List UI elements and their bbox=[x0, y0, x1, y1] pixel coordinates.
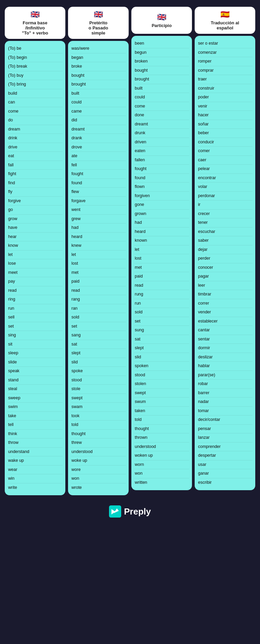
cell-participle-34: slept bbox=[134, 344, 189, 353]
cell-participle-40: swum bbox=[134, 398, 189, 407]
cell-participle-28: rung bbox=[134, 290, 189, 299]
cell-spanish-23: dejar bbox=[197, 245, 253, 255]
column-body-spanish: ser o estarcomenzarrompercomprartraercon… bbox=[195, 36, 255, 490]
cell-preterite-38: stole bbox=[71, 385, 126, 394]
cell-base-31: set bbox=[7, 322, 63, 331]
cell-spanish-29: correr bbox=[197, 299, 253, 308]
cell-spanish-26: pagar bbox=[197, 272, 253, 281]
cell-spanish-32: cantar bbox=[197, 326, 253, 335]
column-participle: 🇬🇧Participiobeenbegunbrokenboughtbrought… bbox=[131, 7, 192, 495]
cell-participle-3: bought bbox=[134, 66, 189, 75]
cell-base-37: stand bbox=[7, 376, 63, 385]
cell-participle-10: drunk bbox=[134, 129, 189, 138]
cell-preterite-16: flew bbox=[71, 188, 126, 197]
cell-base-45: understand bbox=[7, 448, 63, 457]
cell-base-10: drink bbox=[7, 134, 63, 143]
cell-preterite-0: was/were bbox=[71, 44, 126, 53]
column-body-participle: beenbegunbrokenboughtbroughtbuiltcouldco… bbox=[131, 36, 192, 490]
column-preterite: 🇬🇧Pretérito o Pasado simplewas/werebegan… bbox=[68, 7, 129, 495]
cell-spanish-6: poder bbox=[197, 93, 253, 102]
cell-participle-35: slid bbox=[134, 353, 189, 362]
cell-base-29: run bbox=[7, 304, 63, 313]
cell-base-30: sell bbox=[7, 313, 63, 322]
cell-base-33: sit bbox=[7, 340, 63, 349]
cell-spanish-9: soñar bbox=[197, 120, 253, 129]
cell-preterite-27: read bbox=[71, 286, 126, 295]
cell-spanish-4: traer bbox=[197, 75, 253, 84]
cell-spanish-2: romper bbox=[197, 57, 253, 66]
cell-base-4: (To) bring bbox=[7, 80, 63, 89]
cell-preterite-13: fell bbox=[71, 161, 126, 170]
cell-preterite-24: lost bbox=[71, 259, 126, 268]
cell-spanish-28: timbrar bbox=[197, 290, 253, 299]
cell-preterite-49: wrote bbox=[71, 483, 126, 492]
cell-preterite-28: rang bbox=[71, 295, 126, 304]
cell-preterite-48: won bbox=[71, 474, 126, 483]
cell-participle-11: driven bbox=[134, 138, 189, 147]
cell-spanish-8: hacer bbox=[197, 111, 253, 120]
cell-preterite-8: did bbox=[71, 116, 126, 125]
cell-spanish-30: vender bbox=[197, 308, 253, 317]
cell-preterite-39: swept bbox=[71, 394, 126, 403]
cell-preterite-31: set bbox=[71, 322, 126, 331]
cell-base-43: think bbox=[7, 430, 63, 439]
cell-participle-27: read bbox=[134, 281, 189, 290]
cell-preterite-35: slid bbox=[71, 358, 126, 367]
cell-preterite-30: sold bbox=[71, 313, 126, 322]
cell-preterite-18: went bbox=[71, 206, 126, 215]
cell-base-36: speak bbox=[7, 367, 63, 376]
cell-participle-44: thrown bbox=[134, 433, 189, 443]
preply-logo-icon bbox=[109, 505, 121, 518]
cell-preterite-40: swam bbox=[71, 403, 126, 412]
cell-preterite-44: threw bbox=[71, 438, 126, 448]
column-base: 🇬🇧Forma base /Infinitivo "To" + verbo(To… bbox=[5, 7, 65, 495]
cell-base-3: (To) buy bbox=[7, 71, 63, 80]
cell-participle-29: run bbox=[134, 299, 189, 308]
cell-spanish-17: perdonar bbox=[197, 192, 253, 201]
cell-spanish-13: caer bbox=[197, 156, 253, 165]
cell-preterite-1: began bbox=[71, 53, 126, 63]
cell-spanish-1: comenzar bbox=[197, 48, 253, 57]
cell-preterite-5: built bbox=[71, 89, 126, 98]
cell-spanish-27: leer bbox=[197, 281, 253, 290]
cell-participle-7: come bbox=[134, 102, 189, 111]
cell-base-18: go bbox=[7, 206, 63, 215]
cell-participle-18: gone bbox=[134, 200, 189, 210]
cell-spanish-5: construir bbox=[197, 84, 253, 93]
cell-base-19: grow bbox=[7, 215, 63, 224]
cell-base-21: hear bbox=[7, 233, 63, 242]
column-header-text-base: Forma base /Infinitivo "To" + verbo bbox=[22, 20, 48, 35]
cell-base-14: fight bbox=[7, 170, 63, 179]
flag-preterite: 🇬🇧 bbox=[94, 10, 103, 19]
column-header-base: 🇬🇧Forma base /Infinitivo "To" + verbo bbox=[5, 7, 65, 39]
cell-spanish-7: venir bbox=[197, 102, 253, 111]
cell-preterite-9: dreamt bbox=[71, 125, 126, 134]
cell-participle-43: thought bbox=[134, 425, 189, 434]
cell-participle-38: stolen bbox=[134, 380, 189, 389]
cell-preterite-15: found bbox=[71, 179, 126, 188]
column-header-text-participle: Participio bbox=[152, 23, 172, 28]
cell-spanish-14: pelear bbox=[197, 165, 253, 174]
cell-spanish-36: hablar bbox=[197, 362, 253, 371]
cell-spanish-3: comprar bbox=[197, 66, 253, 75]
cell-preterite-42: told bbox=[71, 421, 126, 430]
column-body-base: (To) be(To) begin(To) break(To) buy(To) … bbox=[5, 41, 65, 495]
cell-spanish-19: crecer bbox=[197, 210, 253, 219]
cell-participle-36: spoken bbox=[134, 362, 189, 371]
cell-preterite-36: spoke bbox=[71, 367, 126, 376]
cell-spanish-34: dormir bbox=[197, 344, 253, 353]
column-header-participle: 🇬🇧Participio bbox=[131, 7, 192, 34]
flag-base: 🇬🇧 bbox=[30, 10, 40, 19]
cell-participle-33: sat bbox=[134, 335, 189, 344]
cell-base-12: eat bbox=[7, 152, 63, 161]
cell-participle-23: let bbox=[134, 245, 189, 255]
cell-preterite-29: ran bbox=[71, 304, 126, 313]
cell-spanish-31: establecer bbox=[197, 317, 253, 326]
flag-participle: 🇬🇧 bbox=[157, 13, 166, 22]
cell-participle-22: known bbox=[134, 236, 189, 245]
cell-participle-14: fought bbox=[134, 165, 189, 174]
cell-base-2: (To) break bbox=[7, 62, 63, 71]
cell-base-47: wear bbox=[7, 466, 63, 475]
cell-base-5: build bbox=[7, 89, 63, 98]
cell-participle-42: told bbox=[134, 415, 189, 425]
